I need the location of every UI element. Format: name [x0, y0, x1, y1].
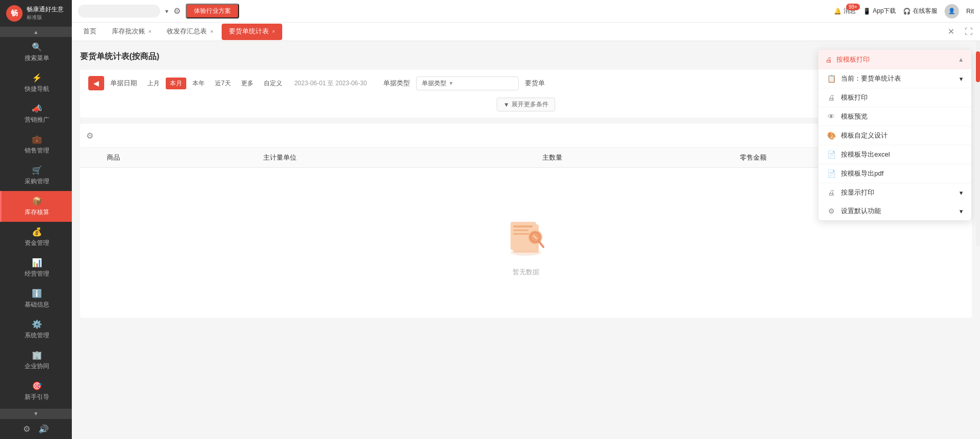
template-design-item[interactable]: 🎨 模板自定义设计 [818, 126, 971, 145]
sidebar-item-finance[interactable]: 💰 资金管理 [0, 222, 72, 253]
tab-receipts-label: 收发存汇总表 [167, 27, 207, 36]
date-tab-current-year[interactable]: 本年 [188, 78, 209, 89]
sidebar-scroll-up[interactable]: ▲ [0, 27, 72, 37]
phone-icon: 📱 [863, 8, 871, 15]
col-unit: 主计量单位 [257, 148, 536, 168]
tab-home-label: 首页 [83, 27, 96, 36]
print-dropdown-header[interactable]: 🖨 按模板打印 ▲ [818, 50, 971, 69]
maximize-window-icon[interactable]: ⛶ [962, 26, 976, 37]
template-preview-icon: 👁 [827, 112, 836, 121]
empty-illustration [500, 209, 552, 260]
expand-more-btn[interactable]: ▼ 展开更多条件 [497, 98, 555, 111]
empty-text: 暂无数据 [513, 268, 539, 277]
date-tab-prev-month[interactable]: 上月 [143, 78, 164, 89]
sidebar-item-quick-nav[interactable]: ⚡ 快捷导航 [0, 68, 72, 99]
export-pdf-item[interactable]: 📄 按模板导出pdf [818, 164, 971, 183]
svg-rect-5 [513, 233, 531, 235]
order-filter-label: 要货单 [525, 79, 545, 88]
date-range-label: 2023-06-01 至 2023-06-30 [295, 79, 367, 88]
message-btn[interactable]: 🔔 消息 99+ [834, 7, 856, 15]
sidebar-bottom: ⚙ 🔊 [0, 418, 72, 439]
print-dropdown-right: ▲ [958, 56, 964, 63]
chevron-up-dropdown-icon: ▲ [958, 56, 964, 63]
sidebar-scroll-down[interactable]: ▼ [0, 409, 72, 418]
display-print-left: 🖨 按显示打印 [827, 188, 874, 197]
topbar-gear-icon[interactable]: ⚙ [173, 6, 181, 16]
template-preview-item[interactable]: 👁 模板预览 [818, 107, 971, 126]
export-excel-label: 按模板导出excel [841, 150, 890, 159]
template-preview-label: 模板预览 [841, 112, 868, 121]
tab-batch-account[interactable]: 库存批次账 × [105, 24, 159, 40]
type-filter-select[interactable]: 单据类型 ▾ [416, 77, 519, 90]
template-print-icon: 🖨 [827, 93, 836, 102]
date-tab-last7[interactable]: 近7天 [211, 78, 235, 89]
page-scrollbar[interactable] [976, 41, 980, 246]
sidebar-item-enterprise[interactable]: 🏢 企业协同 [0, 345, 72, 376]
tab-order-stats[interactable]: 要货单统计表 × [222, 24, 282, 40]
sidebar-item-label: 营销推广 [25, 116, 49, 124]
sidebar-item-label: 经营管理 [25, 270, 49, 278]
chevron-down-icon: ▾ [449, 80, 453, 87]
col-checkbox [80, 148, 101, 168]
audio-icon[interactable]: 🔊 [38, 424, 49, 434]
tab-batch-close[interactable]: × [148, 28, 151, 34]
printer-dropdown-icon: 🖨 [826, 56, 832, 64]
template-icon: 📋 [827, 74, 836, 83]
topbar-right: 🔔 消息 99+ 📱 App下载 🎧 在线客服 👤 Rit [834, 4, 974, 18]
scrollbar-thumb[interactable] [976, 51, 980, 82]
sidebar-item-basic[interactable]: ℹ️ 基础信息 [0, 283, 72, 314]
sidebar-item-marketing[interactable]: 📣 营销推广 [0, 99, 72, 129]
sidebar-item-guide[interactable]: 🎯 新手引导 [0, 376, 72, 407]
set-default-left: ⚙ 设置默认功能 [827, 206, 881, 216]
sidebar-item-operations[interactable]: 📊 经营管理 [0, 253, 72, 283]
sidebar-item-inventory[interactable]: 📦 库存核算 [0, 191, 72, 222]
tab-home[interactable]: 首页 [76, 24, 104, 40]
tab-order-close[interactable]: × [272, 28, 275, 34]
sidebar-item-sales[interactable]: 💼 销售管理 [0, 129, 72, 160]
sidebar-item-label: 企业协同 [25, 362, 49, 371]
settings-bottom-icon[interactable]: ⚙ [23, 424, 30, 434]
current-template-item[interactable]: 📋 当前：要货单统计表 ▾ [818, 69, 971, 88]
set-default-item[interactable]: ⚙ 设置默认功能 ▾ [818, 202, 971, 220]
app-download-btn[interactable]: 📱 App下载 [863, 7, 896, 15]
guide-icon: 🎯 [32, 381, 42, 391]
template-print-item[interactable]: 🖨 模板打印 [818, 88, 971, 107]
display-print-label: 按显示打印 [841, 188, 874, 197]
tab-receipts-summary[interactable]: 收发存汇总表 × [160, 24, 220, 40]
display-print-item[interactable]: 🖨 按显示打印 ▾ [818, 183, 971, 202]
tab-batch-label: 库存批次账 [112, 27, 145, 36]
date-tab-more[interactable]: 更多 [237, 78, 258, 89]
template-print-label: 模板打印 [841, 93, 868, 102]
trial-btn[interactable]: 体验行业方案 [186, 4, 239, 18]
sidebar: 畅 畅康通好生意 标准版 ▲ 🔍 搜索菜单 ⚡ 快捷导航 📣 营销推广 💼 销售… [0, 0, 72, 439]
bell-icon: 🔔 [834, 8, 841, 15]
logo-text: 畅康通好生意 [27, 6, 64, 14]
tab-receipts-close[interactable]: × [210, 28, 213, 34]
tabs-bar: 首页 库存批次账 × 收发存汇总表 × 要货单统计表 × ✕ ⛶ [72, 23, 980, 41]
close-window-icon[interactable]: ✕ [945, 26, 957, 37]
filter-collapse-btn[interactable]: ◀ [88, 76, 104, 90]
date-tab-current-month[interactable]: 本月 [166, 78, 186, 89]
tabs-actions: ✕ ⛶ [945, 26, 976, 37]
export-excel-item[interactable]: 📄 按模板导出excel [818, 145, 971, 164]
sidebar-item-label: 基础信息 [25, 300, 49, 309]
topbar: ▾ ⚙ 体验行业方案 🔔 消息 99+ 📱 App下载 🎧 在线客服 👤 Rit [72, 0, 980, 23]
online-service-btn[interactable]: 🎧 在线客服 [903, 7, 937, 15]
marketing-icon: 📣 [32, 104, 42, 113]
date-tab-custom[interactable]: 自定义 [260, 78, 286, 89]
table-settings-icon[interactable]: ⚙ [86, 131, 93, 141]
sales-icon: 💼 [32, 135, 42, 144]
main-container: ▾ ⚙ 体验行业方案 🔔 消息 99+ 📱 App下载 🎧 在线客服 👤 Rit… [72, 0, 980, 439]
export-pdf-icon: 📄 [827, 169, 836, 178]
topbar-dropdown-arrow[interactable]: ▾ [165, 8, 168, 15]
sidebar-item-purchase[interactable]: 🛒 采购管理 [0, 160, 72, 191]
sidebar-item-system[interactable]: ⚙️ 系统管理 [0, 314, 72, 345]
expand-icon: ▼ [503, 101, 509, 108]
quick-nav-icon: ⚡ [32, 73, 42, 83]
username-label[interactable]: Rit [966, 8, 974, 15]
page-title: 要货单统计表(按商品) [80, 51, 160, 62]
current-template-label: 当前：要货单统计表 [841, 74, 901, 83]
sidebar-item-search[interactable]: 🔍 搜索菜单 [0, 37, 72, 68]
sidebar-item-label: 采购管理 [25, 177, 49, 186]
operations-icon: 📊 [32, 258, 42, 268]
